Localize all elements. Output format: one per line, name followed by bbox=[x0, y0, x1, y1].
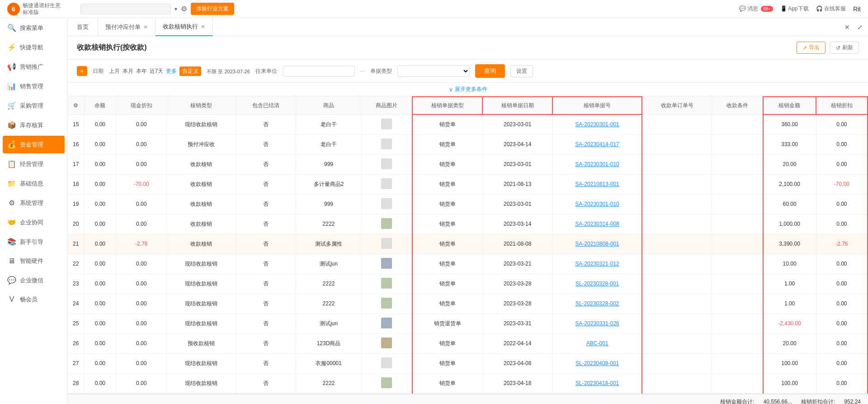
management-icon: 📋 bbox=[7, 160, 16, 168]
industry-btn[interactable]: 体验行业方案 bbox=[191, 3, 234, 15]
refresh-button[interactable]: ↺ 刷新 bbox=[830, 42, 859, 54]
cell-sale-disc: 0.00 bbox=[816, 353, 868, 373]
cell-type: 预付冲应收 bbox=[167, 134, 236, 154]
tab-close-prepay[interactable]: ✕ bbox=[143, 24, 148, 30]
sidebar-item-marketing[interactable]: 📢 营销推广 bbox=[0, 57, 67, 76]
cell-id: 21 bbox=[68, 234, 84, 254]
cell-bill-date: 2021-08-13 bbox=[482, 174, 552, 194]
cell-id: 28 bbox=[68, 373, 84, 393]
tab-close-receipt[interactable]: ✕ bbox=[201, 24, 205, 30]
sidebar-item-inventory[interactable]: 📦 库存核算 bbox=[0, 115, 67, 135]
cell-goods-img bbox=[361, 134, 412, 154]
footer-discount-label: 核销折扣合计: bbox=[801, 398, 835, 404]
sidebar-item-quick-nav[interactable]: ⚡ 快捷导航 bbox=[0, 38, 67, 57]
member-icon: V bbox=[7, 295, 16, 304]
enterprise-icon: 🤝 bbox=[7, 218, 16, 227]
date-7days[interactable]: 近7天 bbox=[150, 67, 164, 75]
cell-bill-no: SA-20210808-001 bbox=[552, 234, 642, 254]
date-range-display: 不限 至 2023-07-26 bbox=[207, 67, 250, 75]
cell-amount: 100.00 bbox=[763, 373, 816, 393]
from-unit-input[interactable] bbox=[283, 66, 355, 76]
cell-goods-img bbox=[361, 294, 412, 314]
cell-id: 26 bbox=[68, 333, 84, 353]
tab-bar: 首页 预付冲应付单 ✕ 收款核销执行 ✕ ✕ ⤢ bbox=[68, 18, 868, 36]
cell-sale-disc: -2.76 bbox=[816, 234, 868, 254]
tab-receipt[interactable]: 收款核销执行 ✕ bbox=[156, 18, 213, 36]
expand-more-button[interactable]: ∨ 展开更多条件 bbox=[449, 86, 487, 93]
cell-goods-img bbox=[361, 373, 412, 393]
tab-maximize-btn[interactable]: ⤢ bbox=[855, 22, 864, 33]
logo: 6 畅捷通谱好生意 标准版 bbox=[7, 2, 75, 15]
cell-order-no bbox=[642, 314, 712, 333]
cell-amount: 20.00 bbox=[763, 154, 816, 174]
sidebar-item-search[interactable]: 🔍 搜索菜单 bbox=[0, 18, 67, 38]
cell-discount: 0.00 bbox=[116, 114, 167, 134]
cell-bill-type: 销货单 bbox=[412, 353, 482, 373]
cell-condition bbox=[712, 274, 763, 294]
cell-settled: 否 bbox=[236, 353, 296, 373]
cell-balance: 0.00 bbox=[84, 174, 116, 194]
cell-type: 现结收款核销 bbox=[167, 314, 236, 333]
cell-settled: 否 bbox=[236, 214, 296, 234]
purchase-icon: 🛒 bbox=[7, 101, 16, 110]
sidebar-item-sales[interactable]: 📊 销售管理 bbox=[0, 76, 67, 96]
message-area[interactable]: 💬 消息 99+ bbox=[739, 5, 773, 13]
receipt-type-select[interactable] bbox=[397, 65, 470, 77]
table-row: 19 0.00 0.00 收款核销 否 999 销货单 2023-03-01 S… bbox=[68, 194, 868, 214]
date-custom[interactable]: 自定义 bbox=[179, 67, 201, 76]
cell-condition bbox=[712, 154, 763, 174]
filter-settings-button[interactable]: 设置 bbox=[510, 65, 533, 77]
date-this-year[interactable]: 本年 bbox=[136, 67, 147, 75]
cell-bill-no: SL-20230408-001 bbox=[552, 353, 642, 373]
sidebar-item-wechat[interactable]: 💬 企业微信 bbox=[0, 271, 67, 290]
cell-discount: 0.00 bbox=[116, 314, 167, 333]
cell-settled: 否 bbox=[236, 314, 296, 333]
cell-discount: -2.76 bbox=[116, 234, 167, 254]
sidebar-item-guide[interactable]: 📚 新手引导 bbox=[0, 232, 67, 252]
query-button[interactable]: 查询 bbox=[475, 64, 505, 78]
cell-order-no bbox=[642, 194, 712, 214]
online-service[interactable]: 🎧 在线客服 bbox=[816, 5, 846, 13]
sidebar-item-enterprise[interactable]: 🤝 企业协同 bbox=[0, 213, 67, 232]
cell-settled: 否 bbox=[236, 274, 296, 294]
search-input[interactable] bbox=[80, 4, 171, 14]
cell-sale-disc: 0.00 bbox=[816, 314, 868, 333]
col-bill-no: 核销单据号 bbox=[552, 97, 642, 114]
col-cash-discount: 现金折扣 bbox=[116, 97, 167, 114]
tab-minimize-btn[interactable]: ✕ bbox=[843, 22, 852, 33]
sidebar-item-finance[interactable]: 💰 资金管理 bbox=[3, 136, 65, 153]
sidebar-item-hardware[interactable]: 🖥 智能硬件 bbox=[0, 252, 67, 271]
cell-order-no bbox=[642, 353, 712, 373]
settings-gear-btn[interactable]: ⚙ bbox=[181, 5, 187, 13]
cell-bill-type: 销货退货单 bbox=[412, 314, 482, 333]
cell-id: 24 bbox=[68, 294, 84, 314]
search-dropdown-btn[interactable]: ▾ bbox=[175, 6, 177, 12]
cell-bill-type: 销货单 bbox=[412, 214, 482, 234]
cell-sale-disc: 0.00 bbox=[816, 194, 868, 214]
cell-balance: 0.00 bbox=[84, 194, 116, 214]
filter-expand-button[interactable]: » bbox=[77, 66, 87, 76]
cell-order-no bbox=[642, 254, 712, 274]
table-container[interactable]: ⚙ 余额 现金折扣 核销类型 包含已结清 商品 商品图片 核销单据类型 核销单据… bbox=[68, 96, 868, 404]
sidebar-item-member[interactable]: V 畅会员 bbox=[0, 290, 67, 309]
cell-settled: 否 bbox=[236, 294, 296, 314]
export-button[interactable]: ↗ 导出 bbox=[797, 42, 826, 54]
logo-icon: 6 bbox=[7, 3, 20, 15]
cell-condition bbox=[712, 214, 763, 234]
date-more[interactable]: 更多 bbox=[166, 67, 177, 75]
cell-bill-no: ABC-001 bbox=[552, 333, 642, 353]
cell-bill-date: 2023-03-01 bbox=[482, 114, 552, 134]
cell-balance: 0.00 bbox=[84, 333, 116, 353]
cell-bill-no: SA-20230314-008 bbox=[552, 214, 642, 234]
sidebar-item-basic-info[interactable]: 📁 基础信息 bbox=[0, 174, 67, 193]
tab-home[interactable]: 首页 bbox=[68, 18, 98, 36]
tab-prepay[interactable]: 预付冲应付单 ✕ bbox=[98, 18, 156, 36]
sidebar-item-system[interactable]: ⚙ 系统管理 bbox=[0, 193, 67, 213]
app-download[interactable]: 📱 App下载 bbox=[780, 5, 809, 13]
cell-type: 预收款核销 bbox=[167, 333, 236, 353]
sidebar-item-purchase[interactable]: 🛒 采购管理 bbox=[0, 96, 67, 115]
table-footer: 核销金额合计: 40,556,66... 核销折扣合计: 952.24 bbox=[68, 394, 868, 404]
date-prev-month[interactable]: 上月 bbox=[109, 67, 120, 75]
date-this-month[interactable]: 本月 bbox=[123, 67, 133, 75]
sidebar-item-management[interactable]: 📋 经营管理 bbox=[0, 154, 67, 174]
